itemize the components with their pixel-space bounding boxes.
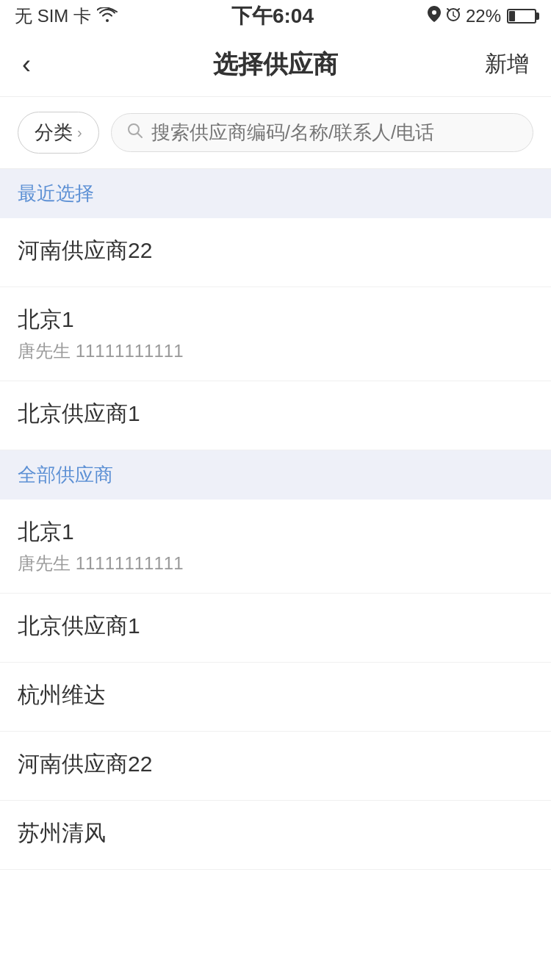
search-icon [126,122,144,144]
category-label: 分类 [35,120,73,145]
list-item[interactable]: 杭州维达 [0,663,551,732]
add-button[interactable]: 新增 [485,49,529,79]
battery-percentage: 22% [466,6,501,26]
search-box [111,113,533,152]
page-title: 选择供应商 [213,48,338,82]
chevron-right-icon: › [77,124,82,141]
wifi-icon [97,6,118,26]
item-name: 北京1 [18,305,533,335]
back-button[interactable]: ‹ [22,49,66,80]
filter-bar: 分类 › [0,97,551,169]
sim-status: 无 SIM 卡 [15,4,91,28]
alarm-icon [445,6,461,26]
nav-bar: ‹ 选择供应商 新增 [0,32,551,97]
status-time: 下午6:04 [231,2,314,30]
battery-icon [507,9,536,24]
list-item[interactable]: 北京1唐先生 11111111111 [0,287,551,381]
item-detail: 唐先生 11111111111 [18,339,533,363]
item-name: 河南供应商22 [18,236,533,266]
item-name: 杭州维达 [18,680,533,710]
section-header-recent: 最近选择 [0,169,551,218]
section-header-all: 全部供应商 [0,450,551,500]
category-filter[interactable]: 分类 › [18,112,99,154]
status-left: 无 SIM 卡 [15,4,118,28]
list-item[interactable]: 北京1唐先生 11111111111 [0,500,551,594]
status-right: 22% [428,6,536,26]
list-item[interactable]: 河南供应商22 [0,218,551,287]
search-input[interactable] [151,121,518,144]
list-item[interactable]: 苏州清风 [0,801,551,870]
list-item[interactable]: 河南供应商22 [0,732,551,801]
status-bar: 无 SIM 卡 下午6:04 22% [0,0,551,32]
item-name: 苏州清风 [18,818,533,849]
item-name: 河南供应商22 [18,749,533,779]
item-detail: 唐先生 11111111111 [18,552,533,575]
content-area: 最近选择河南供应商22北京1唐先生 11111111111北京供应商1全部供应商… [0,169,551,870]
item-name: 北京供应商1 [18,399,533,429]
svg-point-0 [432,10,436,15]
item-name: 北京供应商1 [18,611,533,641]
location-icon [428,6,441,26]
item-name: 北京1 [18,517,533,547]
list-item[interactable]: 北京供应商1 [0,381,551,450]
list-item[interactable]: 北京供应商1 [0,594,551,663]
